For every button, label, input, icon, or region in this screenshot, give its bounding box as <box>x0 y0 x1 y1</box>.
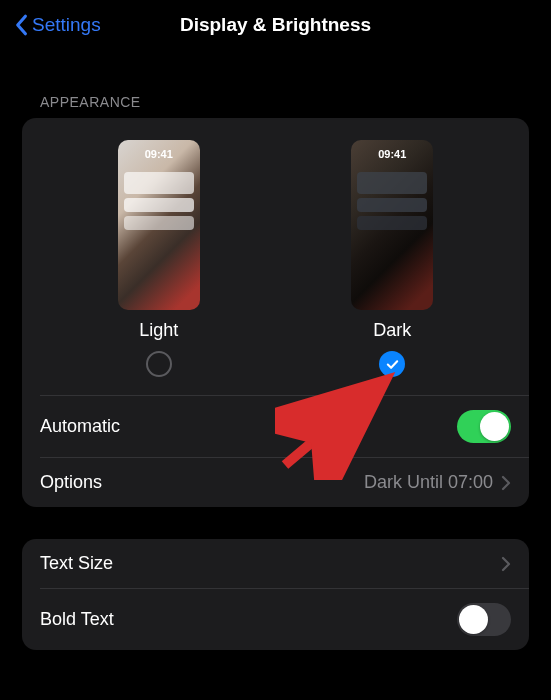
text-size-label: Text Size <box>40 553 113 574</box>
text-card: Text Size Bold Text <box>22 539 529 650</box>
dark-preview: 09:41 <box>351 140 433 310</box>
automatic-row[interactable]: Automatic <box>22 396 529 457</box>
bold-text-label: Bold Text <box>40 609 114 630</box>
theme-option-light[interactable]: 09:41 Light <box>118 140 200 377</box>
options-label: Options <box>40 472 102 493</box>
light-preview: 09:41 <box>118 140 200 310</box>
chevron-right-icon <box>501 475 511 491</box>
toggle-knob <box>459 605 488 634</box>
spacer <box>0 507 551 539</box>
toggle-knob <box>480 412 509 441</box>
chevron-left-icon <box>14 14 28 36</box>
preview-time: 09:41 <box>351 148 433 160</box>
light-label: Light <box>139 320 178 341</box>
back-label: Settings <box>32 14 101 36</box>
dark-radio[interactable] <box>379 351 405 377</box>
light-radio[interactable] <box>146 351 172 377</box>
nav-header: Settings Display & Brightness <box>0 0 551 46</box>
preview-widget <box>124 198 194 212</box>
appearance-section-label: APPEARANCE <box>0 46 551 118</box>
options-value-container: Dark Until 07:00 <box>364 472 511 493</box>
options-row[interactable]: Options Dark Until 07:00 <box>22 458 529 507</box>
text-size-chevron-container <box>501 556 511 572</box>
preview-widget <box>357 172 427 194</box>
appearance-card: 09:41 Light 09:41 Dark Auto <box>22 118 529 507</box>
automatic-toggle[interactable] <box>457 410 511 443</box>
appearance-row: 09:41 Light 09:41 Dark <box>22 118 529 395</box>
preview-widget <box>357 216 427 230</box>
preview-widget <box>357 198 427 212</box>
options-value: Dark Until 07:00 <box>364 472 493 493</box>
back-button[interactable]: Settings <box>14 14 101 36</box>
chevron-right-icon <box>501 556 511 572</box>
automatic-label: Automatic <box>40 416 120 437</box>
preview-widget <box>124 172 194 194</box>
preview-time: 09:41 <box>118 148 200 160</box>
checkmark-icon <box>385 357 400 372</box>
bold-text-toggle[interactable] <box>457 603 511 636</box>
text-size-row[interactable]: Text Size <box>22 539 529 588</box>
preview-widget <box>124 216 194 230</box>
bold-text-row[interactable]: Bold Text <box>22 589 529 650</box>
dark-label: Dark <box>373 320 411 341</box>
theme-option-dark[interactable]: 09:41 Dark <box>351 140 433 377</box>
